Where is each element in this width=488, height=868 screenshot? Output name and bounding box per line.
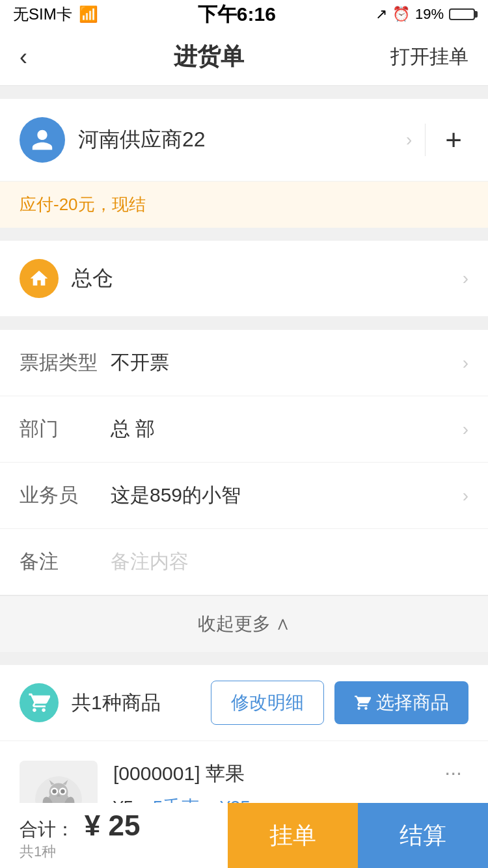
carrier-text: 无SIM卡 <box>13 4 72 25</box>
supplier-chevron: › <box>406 129 412 150</box>
total-label: 合计： <box>20 819 74 839</box>
fields-section: 票据类型 不开票 › 部门 总 部 › 业务员 这是859的小智 › 备注 备注… <box>0 330 488 652</box>
invoice-type-value: 不开票 <box>111 349 456 376</box>
product-title: 苹果 <box>206 763 245 784</box>
select-product-label: 选择商品 <box>376 690 449 715</box>
note-input[interactable]: 备注内容 <box>111 549 468 575</box>
total-count: 共1种 <box>20 842 208 861</box>
note-row[interactable]: 备注 备注内容 <box>0 529 488 595</box>
invoice-type-row[interactable]: 票据类型 不开票 › <box>0 330 488 396</box>
alarm-icon: ⏰ <box>392 6 410 23</box>
invoice-type-label: 票据类型 <box>20 349 111 376</box>
status-bar: 无SIM卡 📶 下午6:16 ↗ ⏰ 19% <box>0 0 488 29</box>
add-button[interactable]: + <box>439 124 468 156</box>
location-icon: ↗ <box>375 6 387 23</box>
select-product-button[interactable]: 选择商品 <box>334 681 468 724</box>
svg-point-5 <box>52 789 56 793</box>
department-label: 部门 <box>20 416 111 442</box>
nav-bar: ‹ 进货单 打开挂单 <box>0 29 488 86</box>
supplier-row[interactable]: 河南供应商22 › + <box>0 99 488 182</box>
status-bar-left: 无SIM卡 📶 <box>13 4 98 25</box>
bottom-bar: 合计： ¥ 25 共1种 挂单 结算 <box>0 803 488 868</box>
total-amount: ¥ 25 <box>85 809 141 841</box>
invoice-type-chevron: › <box>463 353 468 373</box>
svg-point-6 <box>61 789 64 793</box>
total-section: 合计： ¥ 25 共1种 <box>0 809 228 861</box>
note-label: 备注 <box>20 549 111 575</box>
salesperson-chevron: › <box>463 485 468 506</box>
hang-button[interactable]: 挂单 <box>228 803 358 868</box>
battery-percent: 19% <box>415 6 444 23</box>
content: 河南供应商22 › + 应付-20元，现结 总仓 › 票据类型 不开票 › 部门… <box>0 99 488 868</box>
product-more-button[interactable]: ··· <box>438 761 468 785</box>
back-button[interactable]: ‹ <box>20 44 27 71</box>
salesperson-value: 这是859的小智 <box>111 482 456 509</box>
products-icon <box>20 683 59 722</box>
page-title: 进货单 <box>174 41 244 73</box>
status-time: 下午6:16 <box>198 1 276 28</box>
supplier-avatar <box>20 117 65 163</box>
cart-icon <box>354 694 371 711</box>
product-name: [0000001] 苹果 <box>113 761 438 787</box>
department-row[interactable]: 部门 总 部 › <box>0 396 488 463</box>
warehouse-icon <box>20 259 59 298</box>
warehouse-row[interactable]: 总仓 › <box>0 241 488 317</box>
open-hang-button[interactable]: 打开挂单 <box>390 44 468 70</box>
warehouse-section: 总仓 › <box>0 241 488 317</box>
department-chevron: › <box>463 419 468 440</box>
collapse-button[interactable]: 收起更多 ∧ <box>0 595 488 652</box>
status-bar-right: ↗ ⏰ 19% <box>375 6 475 23</box>
warehouse-chevron: › <box>463 268 468 289</box>
products-header: 共1种商品 修改明细 选择商品 <box>0 665 488 741</box>
battery-icon <box>449 8 475 20</box>
products-count: 共1种商品 <box>72 690 211 716</box>
payment-notice: 应付-20元，现结 <box>0 182 488 228</box>
salesperson-row[interactable]: 业务员 这是859的小智 › <box>0 463 488 529</box>
product-code: [0000001] <box>113 763 206 784</box>
salesperson-label: 业务员 <box>20 482 111 509</box>
supplier-name: 河南供应商22 <box>78 126 400 154</box>
divider <box>425 124 426 156</box>
warehouse-name: 总仓 <box>72 264 456 293</box>
department-value: 总 部 <box>111 416 456 442</box>
checkout-button[interactable]: 结算 <box>358 803 488 868</box>
wifi-icon: 📶 <box>79 5 98 23</box>
supplier-section: 河南供应商22 › + 应付-20元，现结 <box>0 99 488 228</box>
edit-detail-button[interactable]: 修改明细 <box>211 681 324 725</box>
